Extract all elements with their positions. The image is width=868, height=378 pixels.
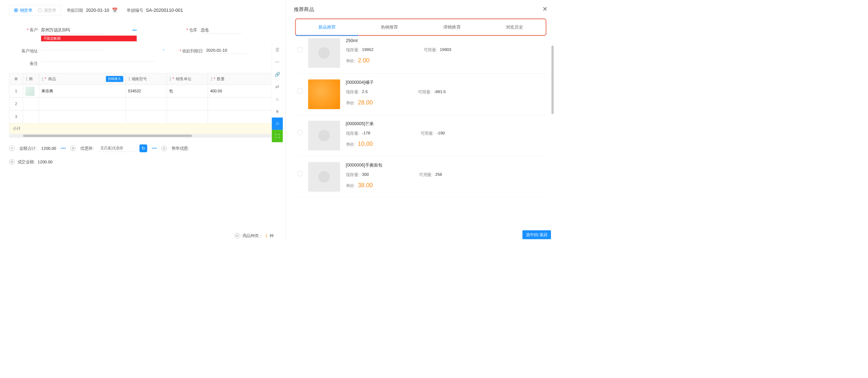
remark-label: 备注 [30,61,38,66]
deal-label: 成交金额: [17,159,35,164]
item-checkbox[interactable] [297,130,302,135]
product-image [308,162,340,191]
item-checkbox[interactable] [297,47,302,52]
radio-icon [38,8,42,12]
remark-input[interactable] [41,60,155,62]
svg-point-1 [318,130,330,141]
product-item[interactable]: [0000004]橘子 现存量:2.5 可用量:-681.5 单价:28.00 [297,74,546,115]
price-value: 28.00 [358,99,373,106]
product-item[interactable]: [0000005]芒果 现存量:-178 可用量:-190 单价:10.00 [297,115,546,157]
recommend-tabs: 新品推荐 热销推荐 滞销推荐 浏览历史 [295,19,547,36]
addr-label: 客户地址 [21,48,38,53]
product-image [308,80,340,109]
vertical-scrollbar[interactable] [551,46,553,114]
col-qty[interactable]: 数量 [217,76,225,82]
due-label: 收款到期日 [182,48,203,53]
col-spec[interactable]: 规格型号 [132,76,147,82]
customer-input[interactable]: 苏州万达沃尔玛 [41,26,105,34]
doc-date-value: 2020-01-10 [86,7,109,13]
scan-entry-button[interactable]: 扫码录入 [106,76,123,82]
due-input[interactable]: 2020-01-10 [206,47,247,54]
price-value: 10.00 [358,141,373,148]
kinds-unit: 种 [270,233,274,238]
inbox-icon[interactable]: ⌂ [272,93,283,105]
svg-point-0 [318,47,330,58]
product-image [308,121,340,150]
customer-label: 客户 [30,28,38,32]
tab-new[interactable]: 新品推荐 [296,19,358,36]
amount-value: 1200.00 [41,146,56,150]
radio-icon [14,8,18,12]
warehouse-label: 仓库 [189,28,197,32]
avail-value: -681.5 [434,90,446,95]
product-thumbnail [25,87,35,96]
list-icon[interactable]: ☰ [272,44,283,56]
table-row[interactable]: 1 果倍爽 534532 包 400.00 [9,85,278,98]
select-return-button[interactable]: 选中(0) 返回 [522,230,551,239]
grid-settings-button[interactable]: ⚙ [9,73,23,85]
coupon-input[interactable] [98,145,135,152]
addr-input[interactable] [41,48,105,50]
coupon-label: 优惠券: [80,145,94,151]
subtotal-row: 小计 [9,123,278,134]
horizontal-scrollbar[interactable] [9,134,278,137]
tab-return-order[interactable]: 退货单 [38,7,56,13]
expand-icon[interactable]: ⛶ [272,130,283,142]
row-index: 1 [9,85,23,97]
cell-spec[interactable]: 534532 [126,85,167,97]
chart-icon[interactable]: 〰 [272,56,283,68]
product-image [308,38,340,68]
item-checkbox[interactable] [297,88,302,93]
col-unit[interactable]: 销售单位 [176,76,192,82]
tab-history[interactable]: 浏览历史 [483,19,546,35]
doc-no-label: 单据编号 [127,7,143,13]
doc-date-field[interactable]: 单据日期 2020-01-10 📅 [67,7,118,13]
minus-icon: — [152,145,157,152]
tab-sales-label: 销货单 [20,7,32,13]
product-title: 250ml [346,38,547,43]
stock-value: 2.5 [362,90,368,95]
exchange-icon[interactable]: ⇄ [272,81,283,93]
table-row[interactable]: 3 [9,111,278,123]
doc-no-value: SA-20200110-001 [146,7,183,13]
tab-slow[interactable]: 滞销推荐 [421,19,483,35]
tab-sales-order[interactable]: 销货单 [14,7,32,13]
warehouse-input[interactable]: 总仓 [201,26,242,34]
table-row[interactable]: 2 [9,98,278,111]
whole-discount-label: 整单优惠: [172,145,189,151]
row-index: 3 [9,111,23,123]
cell-unit[interactable]: 包 [167,85,208,97]
refresh-button[interactable]: ↻ [139,144,147,152]
tab-hot[interactable]: 热销推荐 [358,19,421,35]
minus-icon: — [61,145,66,152]
col-goods[interactable]: 商品 [48,76,56,82]
product-title: [0000004]橘子 [346,80,547,86]
avail-value: 19903 [440,47,451,52]
item-checkbox[interactable] [297,171,302,176]
chevron-down-icon[interactable]: ⌄ [162,47,165,51]
product-item[interactable]: [0000006]手撕面包 现存量:300 可用量:256 单价:38.00 [297,156,546,198]
close-icon[interactable]: ✕ [542,6,547,13]
stock-value: 300 [362,172,369,178]
cell-name[interactable]: 果倍爽 [39,85,126,97]
col-goods-short: 商 [29,76,33,82]
doc-no-field: 单据编号 SA-20200110-001 [127,7,183,13]
deal-value: 1200.00 [38,159,53,164]
cell-qty[interactable]: 400.00 [208,85,235,97]
avail-value: 256 [435,172,442,178]
kinds-value: 1 [265,233,267,238]
customer-lookup-icon[interactable]: ••• [132,27,137,32]
calendar-icon[interactable]: 📅 [112,7,118,13]
star-icon[interactable]: ☆ [272,118,283,130]
currency-icon[interactable]: ¥ [272,105,283,118]
stock-value: -178 [362,131,370,136]
coupon-icon: 券 [70,145,76,151]
doc-date-label: 单据日期 [67,7,83,13]
amount-label: 金额合计: [19,145,37,151]
price-value: 38.00 [358,182,373,189]
link-icon[interactable]: 🔗 [272,68,283,81]
product-item[interactable]: 250ml 现存量:19952 可用量:19903 单价:2.00 [297,38,546,74]
product-title: [0000006]手撕面包 [346,162,547,168]
customer-tag: 不固定账期 [41,36,137,41]
side-toolbar: ☰ 〰 🔗 ⇄ ⌂ ¥ ☆ ⛶ [272,44,283,143]
